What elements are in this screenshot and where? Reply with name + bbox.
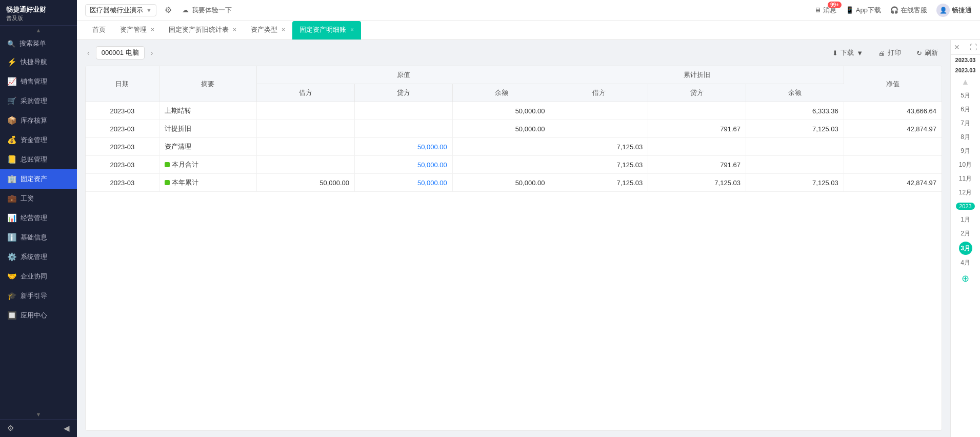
username: 畅捷通 [952, 6, 972, 15]
content-main: ‹ 000001 电脑 › ⬇ 下载 ▼ 🖨 打印 ↻ 刷新 [77, 40, 950, 437]
company-name: 医疗器械行业演示 [90, 6, 143, 15]
sidebar-search[interactable]: 🔍 搜索菜单 [0, 35, 77, 52]
message-icon: 🖥 [814, 6, 821, 14]
cell-net-value: 42,874.97 [844, 120, 942, 138]
cell-accum-credit: 7,125.03 [648, 174, 746, 192]
cell-accum-debit: 7,125.03 [550, 138, 648, 156]
sidebar-item-label: 固定资产 [21, 174, 70, 184]
cell-accum-credit: 791.67 [648, 120, 746, 138]
sidebar-item-inventory[interactable]: 📦 库存核算 [0, 111, 77, 130]
timeline-panel: ✕ ⛶ 2023.03 2023.03 ▲ 5月 6月 7月 8月 9月 10月… [950, 40, 980, 437]
settings-gear-icon[interactable]: ⚙ [165, 5, 172, 15]
year-badge[interactable]: 2023 [956, 203, 974, 210]
table-row: 2023-03 资产清理 50,000.00 7,125.03 [86, 138, 942, 156]
tab-asset-detail[interactable]: 固定资产明细账 × [292, 21, 361, 39]
sidebar-item-label: 应用中心 [21, 311, 70, 320]
app-download-btn[interactable]: 📱 App下载 [846, 6, 881, 15]
sys-mgmt-icon: ⚙️ [7, 252, 16, 262]
sidebar-item-label: 资金管理 [21, 135, 70, 145]
timeline-item-feb[interactable]: 2月 [951, 227, 980, 241]
sidebar-item-basic-info[interactable]: ℹ️ 基础信息 [0, 228, 77, 247]
th-accumulated-depreciation: 累计折旧 [550, 66, 844, 84]
message-btn[interactable]: 🖥 消息 99+ [814, 6, 836, 15]
timeline-item-12[interactable]: 12月 [951, 186, 980, 200]
user-profile[interactable]: 👤 畅捷通 [936, 4, 972, 17]
sidebar-item-ledger[interactable]: 📒 总账管理 [0, 150, 77, 169]
timeline-expand-icon[interactable]: ⛶ [970, 43, 977, 51]
timeline-second-label: 2023.03 [951, 65, 980, 75]
sidebar-item-sales[interactable]: 📈 销售管理 [0, 72, 77, 91]
cell-date: 2023-03 [86, 138, 159, 156]
timeline-item-5[interactable]: 5月 [951, 89, 980, 103]
tab-asset-mgmt[interactable]: 资产管理 × [113, 21, 162, 39]
timeline-item-mar-active[interactable]: 3月 [959, 242, 972, 255]
cell-summary: 资产清理 [159, 138, 257, 156]
print-btn[interactable]: 🖨 打印 [874, 46, 905, 59]
cell-accum-debit [550, 120, 648, 138]
sidebar-item-ops[interactable]: 📊 经营管理 [0, 208, 77, 228]
refresh-btn[interactable]: ↻ 刷新 [912, 46, 942, 59]
sidebar-item-corp-collab[interactable]: 🤝 企业协同 [0, 267, 77, 286]
th-orig-credit: 贷方 [355, 84, 453, 102]
timeline-item-8[interactable]: 8月 [951, 130, 980, 144]
corp-collab-icon: 🤝 [7, 272, 16, 281]
timeline-close-icon[interactable]: ✕ [954, 43, 960, 51]
cell-date: 2023-03 [86, 102, 159, 120]
timeline-item-6[interactable]: 6月 [951, 103, 980, 116]
experience-label: 我要体验一下 [192, 6, 232, 15]
asset-code[interactable]: 000001 电脑 [96, 46, 145, 59]
tab-home-label: 首页 [92, 25, 106, 34]
timeline-item-7[interactable]: 7月 [951, 116, 980, 130]
timeline-add-icon[interactable]: ⊕ [962, 273, 969, 284]
timeline-header: ✕ ⛶ [951, 40, 980, 55]
tab-asset-type-label: 资产类型 [251, 25, 277, 34]
sidebar-scroll-up[interactable]: ▲ [36, 27, 42, 33]
customer-service-btn[interactable]: 🎧 在线客服 [890, 6, 927, 15]
print-icon: 🖨 [878, 49, 885, 57]
tab-depreciation-stat[interactable]: 固定资产折旧统计表 × [162, 21, 244, 39]
cell-accum-balance: 6,333.36 [746, 102, 844, 120]
timeline-item-11[interactable]: 11月 [951, 172, 980, 186]
tab-asset-type-close[interactable]: × [282, 26, 285, 33]
tab-asset-mgmt-label: 资产管理 [120, 25, 147, 34]
sidebar-item-quick-nav[interactable]: ⚡ 快捷导航 [0, 52, 77, 72]
tab-asset-detail-label: 固定资产明细账 [299, 25, 346, 34]
th-summary: 摘要 [159, 66, 257, 102]
th-accum-balance: 余额 [746, 84, 844, 102]
sidebar-item-purchase[interactable]: 🛒 采购管理 [0, 91, 77, 111]
asset-prev-btn[interactable]: ‹ [85, 48, 92, 58]
customer-service-icon: 🎧 [890, 6, 898, 14]
cell-orig-balance [452, 138, 550, 156]
timeline-item-10[interactable]: 10月 [951, 158, 980, 172]
cell-accum-balance: 7,125.03 [746, 120, 844, 138]
tab-asset-detail-close[interactable]: × [350, 26, 354, 33]
sidebar-item-payroll[interactable]: 💼 工资 [0, 189, 77, 208]
sidebar-item-sys-mgmt[interactable]: ⚙️ 系统管理 [0, 247, 77, 267]
th-accum-debit: 借方 [550, 84, 648, 102]
timeline-top-label: 2023.03 [951, 55, 980, 65]
sidebar-item-funds[interactable]: 💰 资金管理 [0, 130, 77, 150]
collapse-icon[interactable]: ◀ [64, 424, 70, 433]
company-selector[interactable]: 医疗器械行业演示 ▼ [85, 4, 156, 16]
timeline-item-jan[interactable]: 1月 [951, 213, 980, 227]
asset-next-btn[interactable]: › [149, 48, 155, 58]
sidebar-item-app-center[interactable]: 🔲 应用中心 [0, 306, 77, 325]
tab-home[interactable]: 首页 [85, 21, 113, 39]
th-accum-credit: 贷方 [648, 84, 746, 102]
settings-icon[interactable]: ⚙ [7, 424, 14, 433]
cloud-icon: ☁ [182, 6, 189, 14]
experience-btn[interactable]: ☁ 我要体验一下 [182, 6, 232, 15]
fixed-assets-icon: 🏢 [7, 174, 16, 184]
tab-depreciation-stat-close[interactable]: × [233, 26, 236, 33]
timeline-item-9[interactable]: 9月 [951, 144, 980, 158]
sidebar-item-new-guide[interactable]: 🎓 新手引导 [0, 286, 77, 306]
timeline-up-btn[interactable]: ▲ [951, 75, 980, 89]
cell-orig-balance [452, 156, 550, 174]
tab-asset-type[interactable]: 资产类型 × [244, 21, 292, 39]
sidebar-scroll-down[interactable]: ▼ [36, 411, 42, 418]
cell-accum-debit: 7,125.03 [550, 156, 648, 174]
tab-asset-mgmt-close[interactable]: × [151, 26, 154, 33]
timeline-item-apr[interactable]: 4月 [951, 256, 980, 270]
sidebar-item-fixed-assets[interactable]: 🏢 固定资产 [0, 169, 77, 189]
download-btn[interactable]: ⬇ 下载 ▼ [828, 46, 867, 59]
